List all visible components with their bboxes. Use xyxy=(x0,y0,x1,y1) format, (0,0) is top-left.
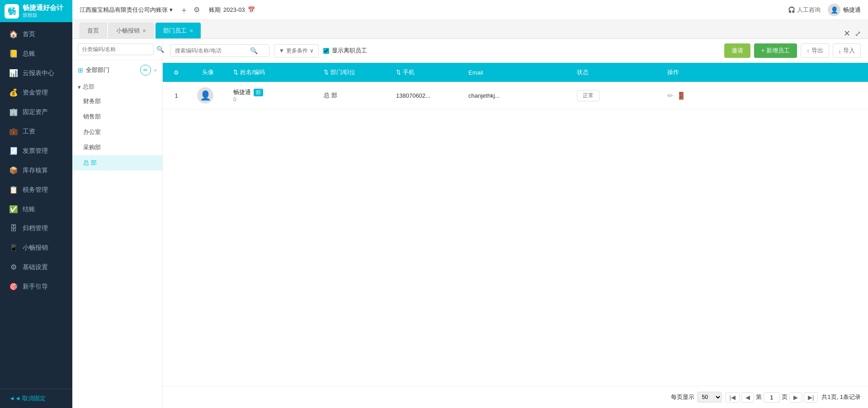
import-label: 导入 xyxy=(843,47,855,55)
sidebar: 畅 畅捷通好会计 旗舰版 🏠 首页 📒 总账 📊 云报表中心 💰 资金管理 🏢 … xyxy=(0,0,72,408)
xiaochang-icon: 📱 xyxy=(9,243,18,252)
total-records-label: 共1页, 1条记录 xyxy=(821,393,861,401)
sidebar-item-funds[interactable]: 💰 资金管理 xyxy=(0,83,72,102)
export-button[interactable]: ↑ 导出 xyxy=(801,43,829,58)
sidebar-item-invoice[interactable]: 🧾 发票管理 xyxy=(0,141,72,161)
employee-avatar: 👤 xyxy=(197,87,213,104)
tab-dept-employee[interactable]: 部门员工 × xyxy=(156,23,201,38)
sidebar-item-guide[interactable]: 🎯 新手引导 xyxy=(0,277,72,296)
archive-icon: 🗄 xyxy=(9,224,18,232)
dept-search-input[interactable] xyxy=(78,43,154,55)
filter-button[interactable]: ▼ 更多条件 ∨ xyxy=(274,44,319,57)
show-resigned-checkbox[interactable] xyxy=(323,48,329,54)
main-area: 江西服宝精品有限责任公司内账张 ▾ ＋ ⚙ 账期 2023-03 📅 🎧 人工咨… xyxy=(72,0,868,408)
col-phone[interactable]: ⇅ 手机 xyxy=(389,63,461,82)
dept-label-office: 办公室 xyxy=(83,128,101,135)
dept-node-office[interactable]: 办公室 xyxy=(72,124,162,140)
prev-page-button[interactable]: ◀ xyxy=(741,392,754,403)
import-button[interactable]: ↓ 导入 xyxy=(833,43,861,58)
col-action: 操作 xyxy=(660,63,868,82)
delete-button[interactable]: 🚪 xyxy=(677,91,686,100)
cell-email: chanjethkj... xyxy=(461,82,570,109)
col-settings[interactable]: ⚙ xyxy=(163,63,190,82)
close-window-button[interactable]: ✕ xyxy=(844,28,850,38)
sidebar-item-inventory[interactable]: 📦 库存核算 xyxy=(0,161,72,180)
page-label: 页 xyxy=(782,393,788,401)
chevron-filter-icon: ∨ xyxy=(310,47,314,54)
export-icon: ↑ xyxy=(807,47,810,54)
export-label: 导出 xyxy=(811,47,823,55)
period-value: 2023-03 xyxy=(223,6,245,13)
sidebar-logo[interactable]: 畅 畅捷通好会计 旗舰版 xyxy=(0,0,72,22)
dept-all-label[interactable]: 全部部门 xyxy=(86,66,137,74)
sidebar-item-checkout[interactable]: ✅ 结账 xyxy=(0,199,72,219)
add-tab-button[interactable]: ＋ xyxy=(180,5,188,15)
employee-search-input[interactable] xyxy=(175,47,247,54)
dept-node-general-sub[interactable]: 总 部 xyxy=(72,155,162,171)
invite-button[interactable]: 邀请 xyxy=(724,43,750,58)
dept-collapse-icon[interactable]: « xyxy=(154,67,157,73)
sidebar-item-home[interactable]: 🏠 首页 xyxy=(0,24,72,44)
user-menu[interactable]: 👤 畅捷通 xyxy=(828,4,861,16)
col-name[interactable]: ⇅ 姓名/编码 xyxy=(226,63,316,82)
cell-name: 畅捷通 部 0 xyxy=(226,82,316,109)
sidebar-item-reports[interactable]: 📊 云报表中心 xyxy=(0,63,72,83)
sort-phone-icon: ⇅ xyxy=(396,69,401,76)
sidebar-label-tax: 税务管理 xyxy=(23,186,48,194)
sidebar-item-archive[interactable]: 🗄 归档管理 xyxy=(0,219,72,238)
sidebar-label-reports: 云报表中心 xyxy=(23,69,54,77)
sidebar-label-basic: 基础设置 xyxy=(23,263,48,271)
customer-service-button[interactable]: 🎧 人工咨询 xyxy=(788,6,821,14)
dept-node-sales[interactable]: 销售部 xyxy=(72,109,162,124)
tab-dept-label: 部门员工 xyxy=(163,27,187,35)
sidebar-item-tax[interactable]: 📋 税务管理 xyxy=(0,180,72,199)
period-selector[interactable]: 账期 2023-03 📅 xyxy=(209,6,255,14)
dept-edit-button[interactable]: ✏ xyxy=(140,65,151,76)
tab-dept-close[interactable]: × xyxy=(189,28,193,34)
employee-search-icon[interactable]: 🔍 xyxy=(250,47,258,54)
show-resigned-checkbox-label[interactable]: 显示离职员工 xyxy=(323,47,367,55)
dept-node-finance[interactable]: 财务部 xyxy=(72,94,162,109)
sidebar-item-salary[interactable]: 💼 工资 xyxy=(0,122,72,141)
tab-xiaochang[interactable]: 小畅报销 × xyxy=(108,23,154,38)
employee-badge: 部 xyxy=(254,89,263,96)
employee-toolbar: 🔍 ▼ 更多条件 ∨ 显示离职员工 邀请 + 新增员工 ↑ 导出 xyxy=(163,39,868,63)
add-employee-button[interactable]: + 新增员工 xyxy=(754,43,797,58)
sidebar-item-assets[interactable]: 🏢 固定资产 xyxy=(0,102,72,122)
dept-label-general[interactable]: 总部 xyxy=(83,83,94,91)
sidebar-item-xiaochang[interactable]: 📱 小畅报销 xyxy=(0,238,72,257)
funds-icon: 💰 xyxy=(9,88,18,97)
dept-node-purchase[interactable]: 采购部 xyxy=(72,140,162,155)
next-page-button[interactable]: ▶ xyxy=(789,392,802,403)
first-page-button[interactable]: |◀ xyxy=(726,392,740,403)
sort-dept-icon: ⇅ xyxy=(324,69,329,76)
sidebar-label-checkout: 结账 xyxy=(23,205,35,213)
col-phone-label: 手机 xyxy=(403,69,415,76)
tab-home[interactable]: 首页 xyxy=(80,23,107,38)
col-dept[interactable]: ⇅ 部门/职位 xyxy=(316,63,389,82)
company-selector[interactable]: 江西服宝精品有限责任公司内账张 ▾ xyxy=(80,6,173,14)
filter-label: 更多条件 xyxy=(286,47,308,55)
page-size-label: 每页显示 xyxy=(671,393,694,401)
sidebar-label-assets: 固定资产 xyxy=(23,108,48,116)
service-label: 人工咨询 xyxy=(797,6,821,14)
dept-label-finance: 财务部 xyxy=(83,98,101,104)
settings-icon[interactable]: ⚙ xyxy=(193,5,200,14)
sidebar-item-basic[interactable]: ⚙ 基础设置 xyxy=(0,257,72,277)
invoice-icon: 🧾 xyxy=(9,147,18,155)
page-size-select[interactable]: 50 100 200 xyxy=(697,392,722,403)
col-settings-icon[interactable]: ⚙ xyxy=(174,69,179,76)
sidebar-unpin-button[interactable]: ◄◄ 取消固定 xyxy=(0,389,72,408)
show-resigned-label: 显示离职员工 xyxy=(332,47,367,55)
chevron-down-icon: ▾ xyxy=(170,6,173,13)
employee-code: 0 xyxy=(233,96,309,103)
topbar: 江西服宝精品有限责任公司内账张 ▾ ＋ ⚙ 账期 2023-03 📅 🎧 人工咨… xyxy=(72,0,868,20)
sidebar-item-ledger[interactable]: 📒 总账 xyxy=(0,44,72,63)
sidebar-bottom-label: ◄◄ 取消固定 xyxy=(9,394,46,403)
last-page-button[interactable]: ▶| xyxy=(804,392,818,403)
page-input[interactable] xyxy=(764,392,780,403)
expand-window-button[interactable]: ⤢ xyxy=(855,29,861,38)
edit-button[interactable]: ✏ xyxy=(667,91,673,100)
tab-xiaochang-close[interactable]: × xyxy=(142,28,146,34)
sidebar-label-funds: 资金管理 xyxy=(23,89,48,97)
